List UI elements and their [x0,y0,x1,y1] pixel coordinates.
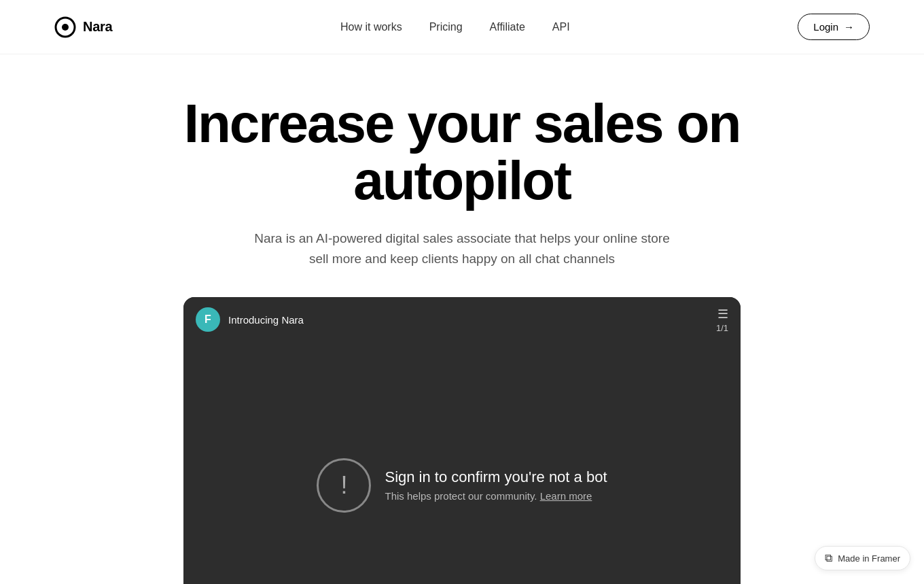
video-avatar: F [196,307,220,332]
login-label: Login [813,21,838,33]
logo-text: Nara [83,19,112,35]
hero-subtitle: Nara is an AI-powered digital sales asso… [245,228,679,270]
nav-api[interactable]: API [552,21,570,33]
nav-links: How it works Pricing Affiliate API [340,21,570,33]
framer-badge[interactable]: ⧉ Made in Framer [815,546,910,570]
video-header-left: F Introducing Nara [196,307,304,332]
hero-section: Increase your sales on autopilot Nara is… [0,54,924,584]
playlist-icon: ☰ [717,307,728,322]
sign-in-title: Sign in to confirm you're not a bot [385,468,607,486]
login-arrow-icon: → [844,21,854,33]
svg-point-1 [62,24,69,31]
learn-more-link[interactable]: Learn more [540,490,592,502]
video-counter: 1/1 [716,323,728,333]
sign-in-subtitle: This helps protect our community. Learn … [385,490,592,502]
nav-how-it-works[interactable]: How it works [340,21,402,33]
login-button[interactable]: Login → [798,14,870,40]
hero-title: Increase your sales on autopilot [88,95,836,209]
framer-badge-label: Made in Framer [838,553,900,564]
video-title: Introducing Nara [228,314,304,326]
nav-pricing[interactable]: Pricing [429,21,463,33]
framer-logo-icon: ⧉ [825,552,832,564]
video-sign-in-content: ! Sign in to confirm you're not a bot Th… [317,458,607,513]
warning-circle-icon: ! [317,458,371,513]
video-body: ! Sign in to confirm you're not a bot Th… [183,343,741,584]
navbar: Nara How it works Pricing Affiliate API … [0,0,924,54]
video-sign-in-box: Sign in to confirm you're not a bot This… [385,468,607,502]
video-header-right: ☰ 1/1 [716,307,728,333]
video-avatar-letter: F [205,313,211,326]
video-container: F Introducing Nara ☰ 1/1 ! Sign in to co… [183,297,741,584]
logo[interactable]: Nara [54,16,112,38]
nav-affiliate[interactable]: Affiliate [490,21,525,33]
video-header: F Introducing Nara ☰ 1/1 [183,297,741,343]
logo-icon [54,16,76,38]
